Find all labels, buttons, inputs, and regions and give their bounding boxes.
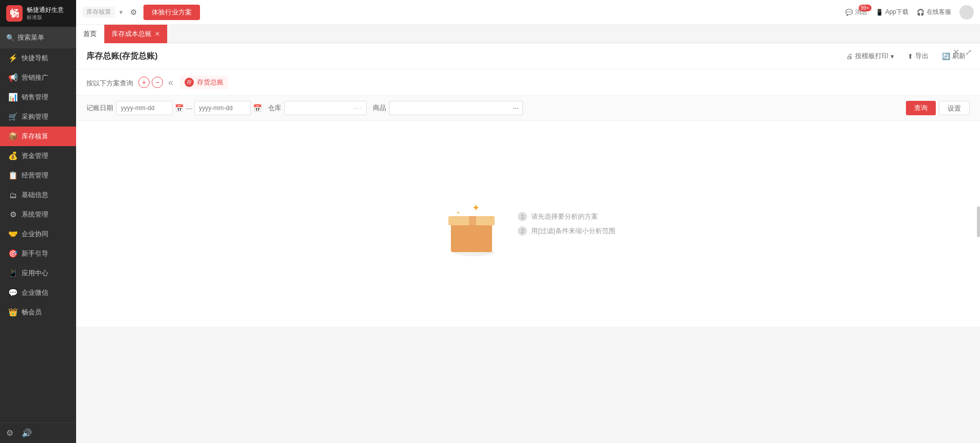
message-badge: 99+: [859, 5, 872, 11]
warehouse-label: 仓库: [268, 103, 281, 113]
marketing-icon: 📢: [8, 73, 17, 82]
tab-close-icon[interactable]: ✕: [155, 30, 160, 38]
empty-content: ✦ ✦ ✦ 1 请先选择要分析的方案 2 用[过滤]条: [441, 193, 615, 255]
search-menu-btn[interactable]: 🔍 搜索菜单: [6, 31, 70, 44]
search-row-right: 查询 设置: [906, 101, 970, 115]
sidebar-item-label: 采购管理: [22, 112, 48, 121]
filter-collapse-btn[interactable]: «: [165, 77, 176, 88]
sidebar-item-label: 新手引导: [22, 249, 48, 258]
topbar-right: 💬 消息 99+ 📱 App下载 🎧 在线客服: [845, 5, 974, 20]
product-more-icon[interactable]: ···: [513, 104, 518, 112]
topbar: 库存核算 ▾ ⚙ 体验行业方案 💬 消息 99+ 📱 App下载 🎧 在线客服: [76, 0, 980, 25]
filter-remove-btn[interactable]: −: [152, 77, 163, 88]
app-download-btn[interactable]: 📱 App下载: [876, 8, 909, 16]
settings-bottom-btn[interactable]: ⚙: [6, 428, 13, 438]
app-download-label: App下载: [885, 8, 909, 16]
sidebar-search-area[interactable]: 🔍 搜索菜单: [0, 27, 76, 48]
sidebar-item-app-center[interactable]: 📱 应用中心: [0, 263, 76, 283]
filter-controls: + − « 存 存货总账: [138, 76, 970, 89]
vip-icon: 👑: [8, 308, 17, 317]
export-btn[interactable]: ⬆ 导出: [903, 49, 933, 63]
date-field: 记账日期 📅 — 📅: [86, 101, 262, 115]
sidebar-item-label: 应用中心: [22, 269, 48, 278]
sidebar-item-label: 基础信息: [22, 190, 48, 200]
message-icon: 💬: [845, 9, 853, 16]
operations-icon: 📋: [8, 171, 17, 180]
enterprise-icon: 🤝: [8, 229, 17, 239]
purchase-icon: 🛒: [8, 112, 17, 121]
print-dropdown-icon[interactable]: ▾: [891, 52, 894, 60]
product-select[interactable]: ···: [389, 101, 523, 115]
refresh-icon: 🔄: [942, 52, 950, 60]
system-icon: ⚙: [8, 210, 17, 219]
date-input-group: 📅 — 📅: [116, 101, 262, 115]
sidebar-item-label: 企业微信: [22, 288, 48, 297]
phone-icon: 📱: [876, 9, 883, 16]
svg-text:✦: ✦: [489, 215, 493, 220]
main-area: 库存核算 ▾ ⚙ 体验行业方案 💬 消息 99+ 📱 App下载 🎧 在线客服: [76, 0, 980, 443]
svg-text:✦: ✦: [456, 210, 460, 216]
header-actions: 🖨 按模板打印 ▾ ⬆ 导出 🔄 刷新: [842, 49, 970, 63]
scheme-label: 存货总账: [197, 78, 224, 87]
tab-inventory-cost-label: 库存成本总账: [112, 29, 152, 39]
panel-expand-btn[interactable]: ⤢: [965, 47, 972, 57]
app-center-icon: 📱: [8, 269, 17, 278]
trial-industry-btn[interactable]: 体验行业方案: [143, 5, 200, 20]
messages-btn[interactable]: 💬 消息 99+: [845, 8, 867, 16]
logo-text-group: 畅捷通好生意 标准版: [27, 6, 64, 22]
sidebar-item-finance[interactable]: 💰 资金管理: [0, 146, 76, 166]
print-template-btn[interactable]: 🖨 按模板打印 ▾: [842, 49, 898, 63]
tip-num-2: 2: [518, 226, 527, 236]
breadcrumb: 库存核算: [82, 7, 115, 17]
date-to-input[interactable]: [194, 101, 251, 115]
query-btn[interactable]: 查询: [906, 101, 936, 115]
topbar-gear-btn[interactable]: ⚙: [126, 5, 140, 20]
page-content: 库存总账(存货总账) 🖨 按模板打印 ▾ ⬆ 导出 🔄 刷新: [76, 43, 980, 443]
sidebar-item-vip[interactable]: 👑 畅会员: [0, 303, 76, 322]
page-header: 库存总账(存货总账) 🖨 按模板打印 ▾ ⬆ 导出 🔄 刷新: [76, 43, 980, 69]
sidebar-item-quick-nav[interactable]: ⚡ 快捷导航: [0, 48, 76, 68]
warehouse-more-icon[interactable]: ···: [354, 104, 362, 112]
sidebar-bottom: ⚙ 🔊: [0, 422, 76, 443]
right-edge-resize[interactable]: [977, 206, 980, 237]
date-from-input[interactable]: [116, 101, 173, 115]
online-service-btn[interactable]: 🎧 在线客服: [917, 8, 951, 16]
empty-illustration: ✦ ✦ ✦: [441, 193, 502, 255]
calendar-to-icon[interactable]: 📅: [253, 104, 262, 112]
export-label: 导出: [915, 51, 929, 61]
sidebar-item-marketing[interactable]: 📢 营销推广: [0, 68, 76, 87]
sidebar-item-basics[interactable]: 🗂 基础信息: [0, 185, 76, 205]
sidebar-item-enterprise-wechat[interactable]: 💬 企业微信: [0, 283, 76, 303]
sidebar-item-purchase[interactable]: 🛒 采购管理: [0, 107, 76, 127]
svg-text:✦: ✦: [472, 203, 480, 213]
filter-scheme-item[interactable]: 存 存货总账: [180, 76, 228, 89]
sidebar-item-operations[interactable]: 📋 经营管理: [0, 166, 76, 185]
sidebar-item-sales[interactable]: 📊 销售管理: [0, 87, 76, 107]
inventory-icon: 📦: [8, 132, 17, 141]
export-icon: ⬆: [908, 52, 913, 60]
sidebar-item-label: 快捷导航: [22, 54, 48, 63]
sidebar-item-label: 资金管理: [22, 151, 48, 161]
sidebar-item-enterprise[interactable]: 🤝 企业协同: [0, 224, 76, 244]
warehouse-select[interactable]: ···: [284, 101, 367, 115]
user-avatar[interactable]: [959, 5, 974, 20]
audio-bottom-btn[interactable]: 🔊: [22, 428, 32, 438]
search-row: 记账日期 📅 — 📅 仓库 ···: [76, 96, 980, 121]
topbar-left: 库存核算 ▾ ⚙ 体验行业方案: [82, 5, 841, 20]
breadcrumb-dropdown-icon[interactable]: ▾: [119, 8, 123, 16]
tip-num-1: 1: [518, 212, 527, 221]
calendar-from-icon[interactable]: 📅: [175, 104, 184, 112]
sidebar-item-newbie[interactable]: 🎯 新手引导: [0, 244, 76, 263]
filter-add-btn[interactable]: +: [138, 77, 150, 88]
tip-text-1: 请先选择要分析的方案: [531, 212, 598, 221]
sidebar-item-inventory[interactable]: 📦 库存核算: [0, 127, 76, 146]
tab-home[interactable]: 首页: [76, 25, 104, 43]
print-template-label: 按模板打印: [855, 51, 888, 61]
printer-icon: 🖨: [846, 52, 853, 60]
product-field: 商品 ···: [373, 101, 523, 115]
panel-close-btn[interactable]: ✕: [953, 47, 959, 57]
sidebar-item-system[interactable]: ⚙ 系统管理: [0, 205, 76, 224]
empty-state: ✦ ✦ ✦ 1 请先选择要分析的方案 2 用[过滤]条: [76, 121, 980, 327]
tab-inventory-cost[interactable]: 库存成本总账 ✕: [104, 25, 168, 43]
settings-btn[interactable]: 设置: [939, 101, 970, 115]
